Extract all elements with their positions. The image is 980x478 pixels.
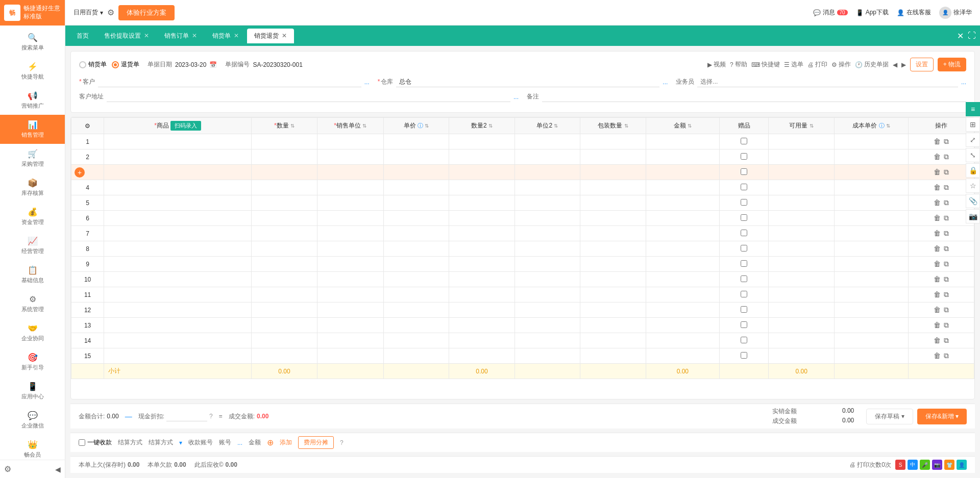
print-count-btn[interactable]: 🖨 打印次数0次 — [849, 461, 891, 469]
amount-cell-6[interactable] — [646, 211, 720, 226]
remark-input[interactable] — [542, 91, 966, 102]
product-input-3[interactable] — [107, 169, 248, 176]
qty2-cell-6[interactable] — [449, 211, 514, 226]
help-btn[interactable]: ? 帮助 — [730, 60, 747, 69]
delete-row-12[interactable]: 🗑 — [934, 306, 941, 314]
qty-cell-2[interactable] — [252, 149, 317, 165]
avail-cell-14[interactable] — [769, 333, 834, 348]
unit2-cell-14[interactable] — [514, 333, 580, 348]
gift-checkbox-1[interactable] — [741, 138, 747, 144]
cost-cell-15[interactable] — [834, 348, 909, 364]
address-dots[interactable]: ... — [513, 93, 519, 100]
product-cell-11[interactable] — [104, 287, 252, 303]
address-input[interactable] — [107, 91, 510, 102]
float-camera-icon[interactable]: 📷 — [966, 209, 980, 223]
amount-cell-5[interactable] — [646, 195, 720, 211]
print-btn[interactable]: 🖨 打印 — [807, 60, 827, 69]
gift-cell-10[interactable] — [720, 272, 769, 287]
delete-row-15[interactable]: 🗑 — [934, 351, 941, 360]
gift-cell-14[interactable] — [720, 333, 769, 348]
pkg-cell-7[interactable] — [580, 226, 646, 241]
avail-cell-10[interactable] — [769, 272, 834, 287]
delete-row-3[interactable]: 🗑 — [934, 168, 941, 177]
tab-home[interactable]: 首页 — [69, 29, 96, 43]
unit2-cell-5[interactable] — [514, 195, 580, 211]
ops-btn[interactable]: ⚙ 操作 — [831, 60, 851, 69]
price-cell-8[interactable] — [383, 241, 449, 257]
warehouse-input[interactable] — [396, 77, 659, 87]
price-cell-4[interactable] — [383, 180, 449, 195]
ime-shirt-icon[interactable]: 👕 — [944, 460, 954, 470]
salesman-input[interactable] — [697, 77, 958, 87]
gift-checkbox-7[interactable] — [741, 230, 747, 236]
copy-row-3[interactable]: ⧉ — [944, 168, 949, 177]
date-picker-icon[interactable]: 📅 — [209, 61, 217, 68]
th-gear[interactable]: ⚙ — [71, 118, 104, 134]
avail-cell-11[interactable] — [769, 287, 834, 303]
ime-s-icon[interactable]: S — [895, 460, 905, 470]
avail-cell-3[interactable] — [769, 165, 834, 180]
one-click-checkbox[interactable] — [79, 439, 85, 446]
sidebar-item-purchase-mgmt[interactable]: 🛒 采购管理 — [0, 144, 65, 173]
amount-cell-3[interactable] — [646, 165, 720, 180]
qty2-cell-7[interactable] — [449, 226, 514, 241]
unit-cell-2[interactable] — [317, 149, 383, 165]
sidebar-item-basic-info[interactable]: 📋 基础信息 — [0, 260, 65, 289]
delete-row-6[interactable]: 🗑 — [934, 214, 941, 222]
pkg-cell-15[interactable] — [580, 348, 646, 364]
gift-cell-9[interactable] — [720, 257, 769, 272]
unit-cell-1[interactable] — [317, 134, 383, 149]
unit2-cell-10[interactable] — [514, 272, 580, 287]
unit-cell-7[interactable] — [317, 226, 383, 241]
price-cell-5[interactable] — [383, 195, 449, 211]
qty2-cell-3[interactable] — [449, 165, 514, 180]
cost-cell-4[interactable] — [834, 180, 909, 195]
unit-cell-12[interactable] — [317, 303, 383, 318]
copy-row-13[interactable]: ⧉ — [944, 321, 949, 330]
product-cell-9[interactable] — [104, 257, 252, 272]
online-service-btn[interactable]: 👤 在线客服 — [897, 8, 931, 17]
amount-cell-4[interactable] — [646, 180, 720, 195]
pkg-cell-1[interactable] — [580, 134, 646, 149]
cost-cell-2[interactable] — [834, 149, 909, 165]
add-payment-icon[interactable]: ⊕ — [267, 438, 274, 447]
avail-cell-4[interactable] — [769, 180, 834, 195]
sidebar-item-quick-nav[interactable]: ⚡ 快捷导航 — [0, 57, 65, 86]
qty2-cell-12[interactable] — [449, 303, 514, 318]
fullscreen-btn[interactable]: ⛶ — [968, 31, 976, 41]
float-collapse-icon[interactable]: ⤡ — [966, 148, 980, 162]
amount-cell-13[interactable] — [646, 318, 720, 333]
delete-row-10[interactable]: 🗑 — [934, 275, 941, 284]
gift-cell-1[interactable] — [720, 134, 769, 149]
unit2-cell-11[interactable] — [514, 287, 580, 303]
qty-cell-12[interactable] — [252, 303, 317, 318]
copy-row-15[interactable]: ⧉ — [944, 351, 949, 360]
delete-row-2[interactable]: 🗑 — [934, 153, 941, 161]
copy-row-2[interactable]: ⧉ — [944, 153, 949, 161]
tab-sales[interactable]: 销货单✕ — [205, 29, 246, 43]
shortcut-btn[interactable]: ⌨ 快捷键 — [751, 60, 780, 69]
unit-cell-3[interactable] — [317, 165, 383, 180]
gift-checkbox-15[interactable] — [741, 352, 747, 359]
product-cell-14[interactable] — [104, 333, 252, 348]
method-dots[interactable]: ▾ — [179, 439, 182, 446]
topbar-gear-icon[interactable]: ⚙ — [107, 8, 114, 17]
gift-cell-6[interactable] — [720, 211, 769, 226]
gift-checkbox-11[interactable] — [741, 291, 747, 297]
qty-cell-10[interactable] — [252, 272, 317, 287]
history-btn[interactable]: 🕐 历史单据 — [855, 60, 889, 69]
gift-checkbox-3[interactable] — [741, 168, 747, 175]
qty-cell-11[interactable] — [252, 287, 317, 303]
float-star-icon[interactable]: ☆ — [966, 179, 980, 193]
gift-checkbox-9[interactable] — [741, 260, 747, 267]
tab-price-setting[interactable]: 售价提取设置✕ — [97, 29, 156, 43]
delete-row-11[interactable]: 🗑 — [934, 290, 941, 299]
amount-cell-2[interactable] — [646, 149, 720, 165]
avail-cell-12[interactable] — [769, 303, 834, 318]
sidebar-item-system-mgmt[interactable]: ⚙ 系统管理 — [0, 289, 65, 318]
cost-cell-12[interactable] — [834, 303, 909, 318]
amount-cell-11[interactable] — [646, 287, 720, 303]
price-cell-12[interactable] — [383, 303, 449, 318]
add-logistics-btn[interactable]: + 物流 — [938, 58, 966, 71]
copy-row-10[interactable]: ⧉ — [944, 275, 949, 284]
